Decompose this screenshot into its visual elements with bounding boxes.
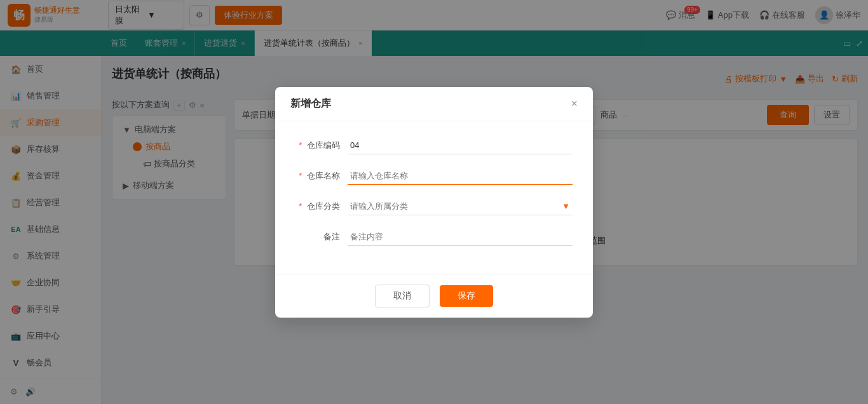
modal-footer: 取消 保存 [275,274,593,318]
modal-title: 新增仓库 [290,97,331,111]
remark-row: 备注 [295,228,573,246]
remark-input[interactable] [348,228,573,246]
warehouse-category-label: * 仓库分类 [295,201,340,212]
warehouse-name-row: * 仓库名称 [295,167,573,185]
category-dropdown-icon: ▼ [562,201,570,211]
modal-close-button[interactable]: × [571,97,578,111]
warehouse-category-input[interactable] [350,201,562,211]
warehouse-code-label: * 仓库编码 [295,140,340,151]
warehouse-code-input[interactable] [348,137,573,154]
save-button[interactable]: 保存 [440,285,493,307]
warehouse-category-select[interactable]: ▼ [348,198,573,215]
warehouse-name-label: * 仓库名称 [295,170,340,182]
modal-body: * 仓库编码 * 仓库名称 * 仓库分类 [275,121,593,274]
remark-label: 备注 [295,231,340,243]
warehouse-category-row: * 仓库分类 ▼ [295,198,573,215]
modal-header: 新增仓库 × [275,87,593,121]
warehouse-code-row: * 仓库编码 [295,137,573,154]
cancel-button[interactable]: 取消 [375,285,430,307]
add-warehouse-modal: 新增仓库 × * 仓库编码 * 仓库名称 [275,87,593,318]
warehouse-name-input[interactable] [348,167,573,185]
modal-overlay: 新增仓库 × * 仓库编码 * 仓库名称 [0,0,868,404]
